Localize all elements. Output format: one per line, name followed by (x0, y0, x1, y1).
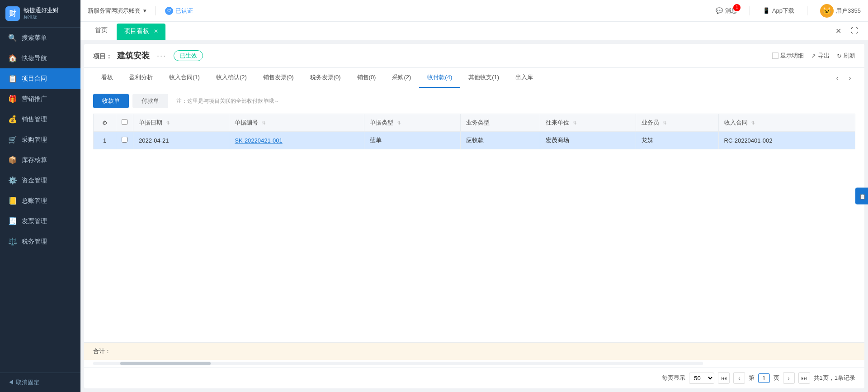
export-button[interactable]: ↗ 导出 (811, 52, 830, 60)
sort-icon: ⇅ (397, 120, 401, 125)
tax-icon: ⚖️ (8, 237, 17, 246)
tab-home-label: 首页 (95, 26, 108, 33)
sub-tab-board[interactable]: 看板 (93, 68, 121, 88)
pagination-next-button[interactable]: › (783, 372, 795, 384)
row-number-value[interactable]: SK-20220421-001 (235, 137, 283, 144)
tab-close-icon[interactable]: ✕ (154, 28, 158, 34)
pagination-prev-button[interactable]: ‹ (733, 372, 745, 384)
right-panel-toggle[interactable]: 📋 (855, 188, 868, 205)
project-header: 项目： 建筑安装 ··· 已生效 显示明细 ↗ 导出 ↻ 刷新 (84, 44, 864, 68)
table-header-salesperson[interactable]: 业务员 ⇅ (636, 114, 718, 132)
row-business-type-value: 应收款 (466, 137, 484, 143)
sub-tab-in-out-label: 出入库 (515, 74, 533, 81)
tab-home[interactable]: 首页 (88, 22, 115, 40)
table-header-partner[interactable]: 往来单位 ⇅ (540, 114, 636, 132)
table-row: 1 2022-04-21 SK-20220421-001 蓝单 (94, 132, 855, 149)
refresh-button[interactable]: ↻ 刷新 (837, 52, 855, 60)
table-header-income-contract[interactable]: 收入合同 ⇅ (718, 114, 855, 132)
row-salesperson-cell: 龙妹 (636, 132, 718, 149)
topbar-right: 💬 消息 1 📱 App下载 🐱 用户3355 (716, 4, 861, 18)
select-all-checkbox[interactable] (122, 119, 127, 125)
pagination-last-button[interactable]: ⏭ (798, 372, 810, 384)
row-checkbox-cell[interactable] (116, 132, 133, 149)
sub-tab-income-confirm[interactable]: 收入确认(2) (208, 68, 255, 88)
sub-tab-sales-invoice[interactable]: 销售发票(0) (255, 68, 302, 88)
sidebar-item-fund[interactable]: ⚙️ 资金管理 (0, 170, 80, 191)
row-date-value: 2022-04-21 (139, 137, 169, 144)
row-number-cell[interactable]: SK-20220421-001 (229, 132, 364, 149)
table-header-number[interactable]: 单据编号 ⇅ (229, 114, 364, 132)
page-suffix: 页 (774, 374, 779, 382)
sub-tab-purchase[interactable]: 采购(2) (384, 68, 419, 88)
pagination-first-button[interactable]: ⏮ (718, 372, 730, 384)
scrollbar-thumb[interactable] (120, 362, 211, 365)
logo-subtitle: 标准版 (24, 14, 59, 20)
show-detail-toggle[interactable]: 显示明细 (772, 52, 804, 60)
sub-tab-profit[interactable]: 盈利分析 (121, 68, 161, 88)
last-page-icon: ⏭ (801, 375, 807, 382)
certified-badge: 🛡 已认证 (165, 7, 193, 15)
phone-icon: 📱 (763, 7, 770, 14)
project-icon: 📋 (8, 74, 17, 83)
sub-tab-sales[interactable]: 销售(0) (349, 68, 384, 88)
sidebar-item-label: 资金管理 (22, 177, 47, 185)
column-type-label: 单据类型 (370, 119, 393, 126)
row-business-type-cell: 应收款 (460, 132, 540, 149)
sub-tab-income-contract-label: 收入合同(1) (169, 74, 200, 81)
settings-icon[interactable]: ⚙ (102, 120, 108, 126)
project-selector-label: 新服务官网演示账套 (88, 7, 141, 15)
user-menu-button[interactable]: 🐱 用户3355 (820, 4, 861, 18)
sub-tab-income-confirm-label: 收入确认(2) (216, 74, 247, 81)
sidebar-item-sales[interactable]: 💰 销售管理 (0, 109, 80, 129)
tab-project-board[interactable]: 项目看板 ✕ (117, 24, 165, 40)
sidebar-unpin-button[interactable]: ◀ 取消固定 (0, 373, 80, 392)
close-window-button[interactable]: ✕ (832, 24, 844, 37)
sub-tab-next-button[interactable]: › (844, 72, 855, 83)
sub-tab-in-out[interactable]: 出入库 (507, 68, 541, 88)
per-page-select[interactable]: 50 100 200 (689, 373, 714, 384)
sub-tab-income-contract[interactable]: 收入合同(1) (161, 68, 208, 88)
table-header-type[interactable]: 单据类型 ⇅ (364, 114, 460, 132)
row-type-value: 蓝单 (370, 137, 382, 143)
horizontal-scrollbar[interactable] (84, 360, 864, 367)
sub-tab-purchase-label: 采购(2) (392, 74, 411, 81)
project-header-actions: 显示明细 ↗ 导出 ↻ 刷新 (772, 52, 855, 60)
show-detail-checkbox[interactable] (772, 53, 778, 59)
sidebar-item-inventory[interactable]: 📦 库存核算 (0, 150, 80, 170)
sub-tab-other-income[interactable]: 其他收支(1) (460, 68, 507, 88)
maximize-window-button[interactable]: ⛶ (848, 24, 861, 37)
home-icon: 🏠 (8, 54, 17, 62)
row-income-contract-cell: RC-20220401-002 (718, 132, 855, 149)
row-partner-value: 宏茂商场 (546, 137, 569, 143)
sidebar-item-purchase[interactable]: 🛒 采购管理 (0, 129, 80, 150)
current-page[interactable]: 1 (758, 373, 769, 383)
project-more-button[interactable]: ··· (157, 51, 166, 61)
app-download-button[interactable]: 📱 App下载 (763, 7, 794, 15)
inventory-icon: 📦 (8, 156, 17, 164)
message-button[interactable]: 💬 消息 1 (716, 7, 737, 15)
sub-tab-other-income-label: 其他收支(1) (468, 74, 499, 81)
sidebar-item-invoice[interactable]: 🧾 发票管理 (0, 211, 80, 231)
sidebar-item-marketing[interactable]: 🎁 营销推广 (0, 89, 80, 109)
sub-tab-receipt[interactable]: 收付款(4) (419, 68, 460, 88)
sidebar-item-search[interactable]: 🔍 搜索菜单 (0, 28, 80, 48)
project-selector[interactable]: 新服务官网演示账套 ▾ (88, 7, 146, 15)
refresh-label: 刷新 (844, 52, 855, 60)
inner-tab-receipt[interactable]: 收款单 (93, 94, 129, 108)
sub-tab-tax-invoice[interactable]: 税务发票(0) (302, 68, 349, 88)
sidebar-item-project-contract[interactable]: 📋 项目合同 (0, 68, 80, 89)
sidebar-item-label: 发票管理 (22, 217, 47, 225)
logo-icon: 财 (5, 6, 20, 21)
sidebar-item-ledger[interactable]: 📒 总账管理 (0, 191, 80, 211)
sort-icon: ⇅ (573, 120, 576, 125)
data-table-container: ⚙ 单据日期 ⇅ 单据编号 ⇅ (84, 108, 864, 342)
sort-icon: ⇅ (262, 120, 265, 125)
sub-tab-bar: 看板 盈利分析 收入合同(1) 收入确认(2) 销售发票(0) 税务发票(0) … (84, 68, 864, 88)
inner-tab-payment[interactable]: 付款单 (132, 94, 168, 108)
sidebar-item-tax[interactable]: ⚖️ 税务管理 (0, 231, 80, 252)
row-checkbox[interactable] (122, 137, 127, 143)
table-header-date[interactable]: 单据日期 ⇅ (133, 114, 229, 132)
row-partner-cell: 宏茂商场 (540, 132, 636, 149)
sidebar-item-quick-nav[interactable]: 🏠 快捷导航 (0, 48, 80, 68)
sub-tab-prev-button[interactable]: ‹ (832, 72, 843, 83)
